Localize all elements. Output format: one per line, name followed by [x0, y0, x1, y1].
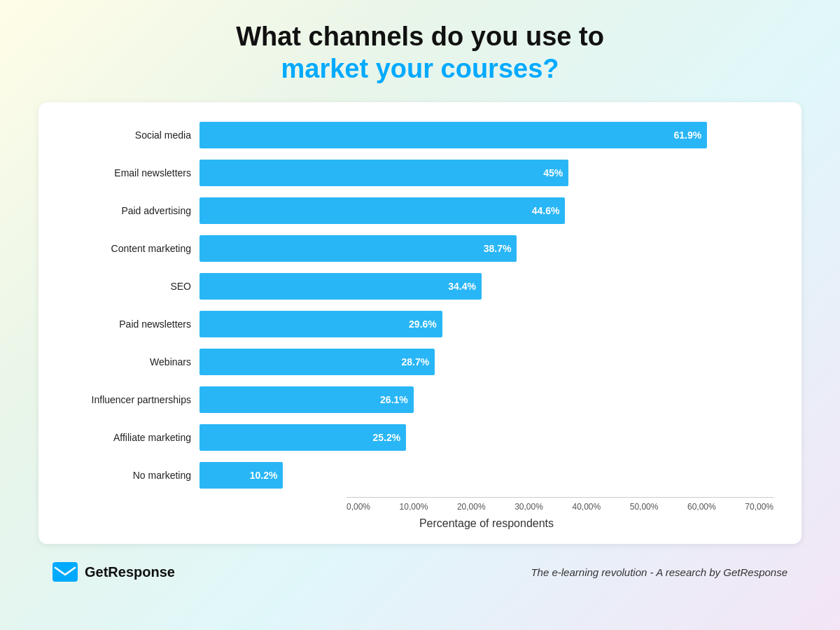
x-tick: 10,00% [400, 502, 428, 512]
title-line1: What channels do you use to [236, 21, 604, 53]
bar-value-label: 45% [543, 167, 563, 178]
bar-row: No marketing10.2% [52, 459, 774, 491]
x-axis-label: Percentage of respondents [200, 517, 774, 530]
bar-row: Social media61.9% [52, 119, 774, 151]
bar-fill: 61.9% [200, 122, 707, 148]
bar-label: Content marketing [52, 243, 200, 254]
chart-container: Social media61.9%Email newsletters45%Pai… [38, 102, 802, 544]
chart-inner: Social media61.9%Email newsletters45%Pai… [52, 116, 774, 494]
getresponse-logo-icon [52, 562, 78, 582]
bar-fill: 38.7% [200, 235, 517, 262]
bar-value-label: 44.6% [532, 205, 560, 216]
bar-area: 38.7% [200, 235, 774, 262]
bar-label: Webinars [52, 356, 200, 368]
bar-fill: 29.6% [200, 311, 442, 337]
title-section: What channels do you use to market your … [222, 0, 618, 95]
title-line2: market your courses? [236, 53, 604, 85]
bar-row: SEO34.4% [52, 270, 774, 302]
bar-value-label: 25.2% [372, 432, 400, 443]
bar-row: Affiliate marketing25.2% [52, 421, 774, 454]
bar-value-label: 29.6% [409, 318, 437, 330]
bar-fill: 34.4% [200, 273, 482, 300]
bar-row: Influencer partnerships26.1% [52, 384, 774, 416]
bar-label: SEO [52, 281, 200, 292]
bar-label: Influencer partnerships [52, 394, 200, 405]
bar-label: Email newsletters [52, 167, 200, 178]
bar-area: 28.7% [200, 349, 774, 375]
x-tick: 40,00% [572, 502, 601, 512]
bar-row: Content marketing38.7% [52, 232, 774, 265]
bar-area: 61.9% [200, 122, 774, 148]
x-tick: 20,00% [457, 502, 486, 512]
bar-row: Paid newsletters29.6% [52, 308, 774, 340]
bar-area: 25.2% [200, 424, 774, 451]
svg-rect-0 [52, 562, 78, 582]
bar-fill: 45% [200, 160, 568, 186]
bar-label: Paid newsletters [52, 318, 200, 330]
bar-area: 45% [200, 160, 774, 186]
logo-section: GetResponse [52, 562, 175, 582]
bar-row: Paid advertising44.6% [52, 195, 774, 227]
bar-area: 10.2% [200, 462, 774, 489]
bar-fill: 25.2% [200, 424, 406, 451]
bar-area: 34.4% [200, 273, 774, 300]
bar-label: Social media [52, 130, 200, 141]
x-tick: 50,00% [630, 502, 659, 512]
bar-value-label: 34.4% [448, 281, 476, 292]
bar-row: Webinars28.7% [52, 346, 774, 378]
footer: GetResponse The e-learning revolution - … [38, 554, 802, 590]
bar-value-label: 28.7% [401, 356, 429, 368]
bar-fill: 44.6% [200, 197, 565, 224]
bar-value-label: 38.7% [484, 243, 512, 254]
bar-value-label: 61.9% [673, 130, 701, 141]
bar-area: 44.6% [200, 197, 774, 224]
x-tick: 70,00% [745, 502, 774, 512]
x-tick: 60,00% [687, 502, 716, 512]
bar-label: Paid advertising [52, 205, 200, 216]
bar-fill: 28.7% [200, 349, 435, 375]
bar-area: 26.1% [200, 386, 774, 413]
bar-value-label: 26.1% [380, 394, 408, 405]
bar-fill: 10.2% [200, 462, 283, 489]
bar-label: No marketing [52, 470, 200, 481]
bar-row: Email newsletters45% [52, 157, 774, 189]
bar-label: Affiliate marketing [52, 432, 200, 443]
bar-fill: 26.1% [200, 386, 414, 413]
bar-value-label: 10.2% [250, 470, 278, 481]
x-tick: 30,00% [514, 502, 543, 512]
x-tick: 0,00% [346, 502, 370, 512]
bar-area: 29.6% [200, 311, 774, 337]
footnote-text: The e-learning revolution - A research b… [531, 566, 788, 578]
logo-text: GetResponse [85, 564, 175, 580]
